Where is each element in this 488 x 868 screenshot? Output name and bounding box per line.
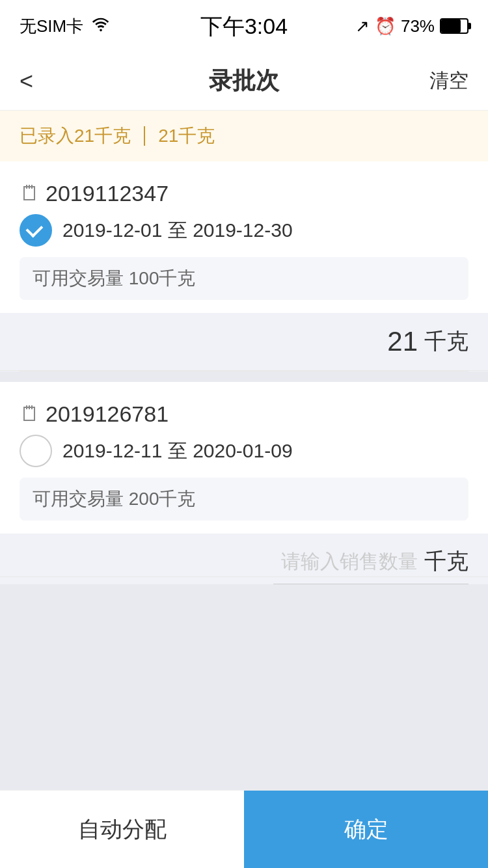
batch-2-row: 2019-12-11 至 2020-01-09 [20, 435, 468, 467]
batch-2-input-placeholder: 请输入销售数量 [281, 549, 418, 575]
batch-item-2: 🗒 2019126781 2019-12-11 至 2020-01-09 可用交… [0, 382, 488, 534]
confirm-button[interactable]: 确定 [244, 791, 488, 868]
batch-1-id: 2019112347 [46, 181, 169, 206]
nav-bar: < 录批次 清空 [0, 52, 488, 111]
section-divider [0, 372, 488, 382]
batch-2-checkbox[interactable] [20, 435, 52, 467]
status-left: 无SIM卡 [20, 15, 112, 38]
batch-2-icon: 🗒 [20, 402, 40, 426]
recorded-amount-value: 21千克 [158, 124, 215, 148]
batch-1-header: 🗒 2019112347 [20, 181, 468, 206]
batch-2-header: 🗒 2019126781 [20, 401, 468, 427]
wifi-icon [90, 16, 112, 37]
bottom-bar: 自动分配 确定 [0, 790, 488, 868]
info-divider [144, 126, 145, 146]
back-button[interactable]: < [20, 68, 59, 95]
recorded-amount-label: 已录入21千克 [20, 124, 131, 148]
auto-distribute-button[interactable]: 自动分配 [0, 791, 244, 868]
status-right: ↗ ⏰ 73% [355, 16, 468, 36]
battery-icon [440, 18, 468, 34]
status-time: 下午3:04 [200, 12, 288, 42]
info-bar: 已录入21千克 21千克 [0, 111, 488, 161]
page-title: 录批次 [209, 65, 279, 97]
batch-2-id: 2019126781 [46, 401, 169, 427]
clear-button[interactable]: 清空 [429, 68, 468, 94]
batch-2-unit: 千克 [424, 547, 468, 576]
batch-item-1: 🗒 2019112347 2019-12-01 至 2019-12-30 可用交… [0, 161, 488, 313]
batch-1-input-row: 21 千克 [0, 313, 488, 371]
page-content: 已录入21千克 21千克 🗒 2019112347 2019-12-01 至 2… [0, 111, 488, 868]
batch-1-row: 2019-12-01 至 2019-12-30 [20, 214, 468, 247]
batch-1-input-value[interactable]: 21 [387, 326, 418, 357]
carrier-text: 无SIM卡 [20, 15, 83, 38]
batch-1-available: 可用交易量 100千克 [20, 257, 468, 300]
batch-1-checkbox[interactable] [20, 214, 52, 247]
batch-2-available: 可用交易量 200千克 [20, 478, 468, 521]
batch-1-icon: 🗒 [20, 182, 40, 206]
battery-text: 73% [401, 16, 435, 36]
batch-1-date: 2019-12-01 至 2019-12-30 [62, 217, 293, 244]
status-bar: 无SIM卡 下午3:04 ↗ ⏰ 73% [0, 0, 488, 52]
batch-1-unit: 千克 [424, 327, 468, 357]
batch-2-date: 2019-12-11 至 2020-01-09 [62, 438, 293, 465]
batch-2-input-row[interactable]: 请输入销售数量 千克 [0, 534, 488, 577]
location-icon: ↗ [355, 16, 370, 36]
alarm-icon: ⏰ [375, 16, 396, 36]
